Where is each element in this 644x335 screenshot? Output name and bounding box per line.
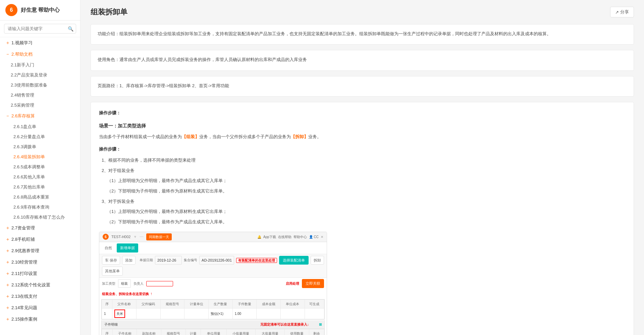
table-row: 1 关米 预估(×1) 1.00 (102, 309, 324, 319)
path-card: 页面路径：1、库存核算->库存管理->组装拆卸单 2、首页->常用功能 (91, 76, 634, 97)
mockup-parent-name-highlight: 关米 (114, 310, 125, 318)
app-name: 好生意 帮助中心 (21, 7, 60, 14)
sidebar-item-install[interactable]: 2.2产品安装及登录 (0, 70, 80, 80)
mockup-btn-choose-bom[interactable]: 选择装配清单 (279, 256, 309, 265)
mockup-btn-enable[interactable]: 立即关联 (302, 279, 324, 288)
sidebar-item-2-6-4[interactable]: 2.6.4组装拆卸单 (0, 152, 80, 162)
sidebar-item-label: 2.14常见问题 (11, 305, 37, 311)
sidebar-item-finance[interactable]: ＋ 2.7资金管理 (0, 222, 80, 234)
sidebar-item-2-6-2[interactable]: 2.6.2分量盘点单 (0, 132, 80, 142)
table-cell (257, 309, 281, 319)
mockup-expand-icon[interactable]: ⊠ (319, 321, 322, 328)
sidebar-item-label: 2.8手机旺辅 (11, 236, 35, 242)
mockup-th: 成本金额 (257, 300, 281, 309)
sidebar-sub-label: 2.1新手入门 (11, 62, 34, 67)
sidebar-item-data-prep[interactable]: 2.3使用前数据准备 (0, 80, 80, 90)
zuzhuang-link: 【组装】 (182, 134, 199, 139)
page-header: 组装拆卸单 ↗ 分享 (91, 7, 634, 17)
mockup-type-value[interactable]: 组装 (118, 279, 131, 288)
table-cell: 关米 (112, 309, 137, 319)
sidebar-item-2-6-10[interactable]: 2.6.10库存账本错了怎么办 (0, 212, 80, 222)
sidebar-item-coupon[interactable]: ＋ 2.9优惠券管理 (0, 245, 80, 257)
plus-icon: ＋ (5, 248, 10, 254)
sidebar-item-cases[interactable]: ＋ 2.15操作案例 (0, 314, 80, 325)
mockup-th: 序 (102, 300, 112, 309)
mockup-th: 规格型号 (161, 329, 186, 335)
sidebar-item-sales[interactable]: 2.4销售管理 (0, 90, 80, 100)
sidebar-item-2-6-1[interactable]: 2.6.1盘点单 (0, 122, 80, 132)
sidebar-item-2-6-5[interactable]: 2.6.5成本调整单 (0, 162, 80, 172)
search-input[interactable] (4, 24, 76, 34)
mockup-company-input[interactable] (146, 281, 173, 286)
sidebar-item-customize[interactable]: ＋ 2.12系统个性化设置 (0, 279, 80, 291)
sidebar-item-docs[interactable]: － 2.帮助文档 (0, 49, 80, 60)
sidebar-item-label: 2.10经营管理 (11, 259, 37, 265)
scenario-title: 场景一：加工类型选择 (99, 121, 626, 130)
scenario-desc: 当由多个子件材料组装成一个成品的业务为【组装】业务，当由一个父件拆分成多个子产品… (99, 133, 626, 141)
mockup-titlebar: 6 TEST-H002 ▼ 同期数据一天 🔔 App下载 在线帮助 帮助中心 👤… (99, 232, 327, 242)
table-cell (281, 309, 305, 319)
sidebar-item-faq[interactable]: ＋ 2.14常见问题 (0, 302, 80, 314)
sidebar-item-2-6-9[interactable]: 2.6.9库存账本查询 (0, 202, 80, 212)
sidebar-item-label: 2.11打印设置 (11, 271, 37, 277)
sidebar-item-label: 2.12系统个性化设置 (11, 282, 50, 288)
mockup-icon-help: 在线帮助 (278, 234, 291, 240)
plus-icon: ＋ (5, 271, 10, 277)
sidebar-item-print[interactable]: ＋ 2.11打印设置 (0, 268, 80, 279)
table-cell (160, 309, 184, 319)
mockup-btn-save[interactable]: 车 保存 (102, 256, 120, 265)
mockup-icon-user: 帮助中心 (293, 234, 307, 240)
mockup-btn-extra[interactable]: 拆卸 (311, 256, 324, 265)
mockup-btn-extra2[interactable]: 其他某单 (102, 267, 123, 276)
sidebar-item-inventory[interactable]: － 2.6库存核算 (0, 110, 80, 122)
mockup-th: 父件编码 (136, 300, 160, 309)
mockup-icon-bell: 🔔 (257, 234, 261, 240)
sidebar-item-label: 1.视频学习 (11, 40, 33, 46)
sidebar-item-2-6-3[interactable]: 2.6.3调拨单 (0, 142, 80, 152)
mockup-header-right: 🔔 App下载 在线帮助 帮助中心 👤 CC ✕ (257, 234, 323, 240)
mockup-table-parent: 序 父件名称 父件编码 规格型号 计量单位 生产数量 子件数量 成本金额 单位成… (101, 299, 325, 320)
mockup-th: 规格型号 (160, 300, 184, 309)
mockup-annotation4-row: 组装业务、拆卸业务在这里切换 ↑ (99, 289, 327, 298)
role-text: 使用角色：通常由生产人员或库管人员完成拆装业务的操作，库管人员确认原材料的出库和… (98, 56, 627, 63)
mockup-close-icon[interactable]: ✕ (321, 234, 323, 240)
sidebar-item-purchase[interactable]: 2.5采购管理 (0, 100, 80, 110)
table-cell (305, 309, 324, 319)
sidebar-item-2-6-6[interactable]: 2.6.6其他入库单 (0, 172, 80, 182)
sidebar-item-mobile[interactable]: ＋ 2.8手机旺辅 (0, 234, 80, 245)
mockup-th: 可生成 (305, 300, 324, 309)
sidebar-item-label: 2.13在线支付 (11, 293, 37, 299)
mockup-tab-new[interactable]: 新增单据 (117, 243, 138, 253)
mockup-annotation-wrapper: 有装配清单的在这里处理 (236, 256, 277, 265)
sidebar-item-label: 2.7资金管理 (11, 225, 35, 231)
sidebar-item-mgmt[interactable]: ＋ 2.10经营管理 (0, 257, 80, 268)
mockup-type-row: 加工类型 组装 负责人 启用处理 立即关联 (99, 278, 327, 289)
minus-icon: － (5, 51, 10, 57)
mockup-nav: 自然 新增单据 (99, 242, 327, 254)
mockup-th: 生产数量 (208, 300, 232, 309)
screenshot-mockup: 6 TEST-H002 ▼ 同期数据一天 🔔 App下载 在线帮助 帮助中心 👤… (99, 232, 327, 335)
plus-icon: ＋ (5, 293, 10, 299)
mockup-tab-ziran[interactable]: 自然 (102, 243, 115, 253)
sidebar-item-label: 2.帮助文档 (11, 51, 33, 57)
mockup-annotation1: 有装配清单的在这里处理 (236, 258, 277, 263)
search-icon: 🔍 (68, 26, 73, 32)
mockup-table-child: 序 子件名称 副加名称 规格型号 计量 单位用量 小批量用量 大批量用量 使用数… (101, 329, 325, 335)
sidebar-item-2-6-8[interactable]: 2.6.8商品成本重算 (0, 192, 80, 202)
mockup-annotation4: 组装业务、拆卸业务在这里切换 (102, 291, 149, 297)
sidebar-item-payment[interactable]: ＋ 2.13在线支付 (0, 291, 80, 302)
mockup-th: 序 (102, 329, 113, 335)
mockup-data-btn: 同期数据一天 (146, 233, 172, 240)
share-button[interactable]: ↗ 分享 (610, 7, 634, 17)
sidebar-item-label: 2.15操作案例 (11, 316, 37, 322)
mockup-btn-add[interactable]: 添加 (122, 256, 136, 265)
mockup-arrow-up: ↑ (150, 290, 152, 298)
sidebar-item-video[interactable]: ＋ 1.视频学习 (0, 37, 80, 49)
search-box[interactable]: 🔍 (0, 20, 80, 37)
logo: 6 (5, 4, 17, 16)
page-title: 组装拆卸单 (91, 7, 127, 17)
sidebar-item-newbie[interactable]: 2.1新手入门 (0, 60, 80, 70)
sidebar-item-2-6-7[interactable]: 2.6.7其他出库单 (0, 182, 80, 192)
plus-icon: ＋ (5, 316, 10, 322)
step3-2: （2）下部明细为子件明细，最终作为产成品生成其它入库单。 (99, 218, 626, 226)
